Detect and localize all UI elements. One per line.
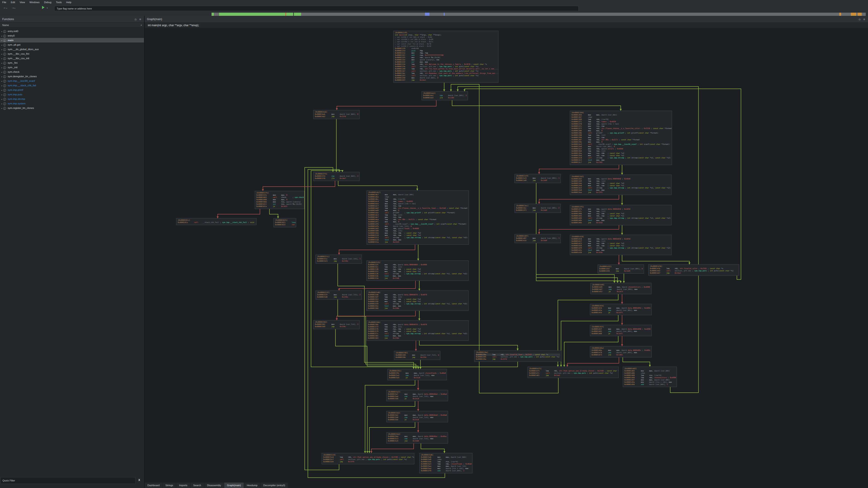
disasm-line[interactable]: 0x00001400 mov rsi, rdx ; const char *s2 <box>571 213 670 215</box>
function-name[interactable]: sym.imp.system <box>8 102 26 105</box>
expand-arrow-icon[interactable]: ▸ <box>0 57 3 61</box>
disasm-line[interactable]: 0x0000152c lea rax, [s1] <box>368 266 467 268</box>
graph-node-0x000015b2[interactable]: [0x000015b2]0x000015b2 mov eax, dword da… <box>386 411 448 422</box>
function-name[interactable]: sym.__libc_csu_fini <box>8 53 29 55</box>
disasm-line[interactable]: 0x000013d9 lea rax, [s1] <box>571 180 670 182</box>
disasm-line[interactable]: 0x00001369 lea rdx, [rax*8] <box>571 119 671 121</box>
function-list-item[interactable]: ▸ƒxmain <box>0 38 144 42</box>
disasm-line[interactable]: 0x00001488 lea rcx, [rax*4] <box>624 375 675 377</box>
disasm-line[interactable]: 0x00001560 jne 0x156b <box>368 307 467 310</box>
disasm-line[interactable]: 0x00001394 mov rsi, rax <box>571 136 671 139</box>
disasm-line[interactable]: 0x00001390 lea rax, [s1] <box>571 134 671 136</box>
disasm-line[interactable]: 0x000013d0 jmp 0x1449 <box>516 180 559 182</box>
disasm-line[interactable]: 0x000013e0 mov rdi, rax ; const char *s1 <box>571 185 670 187</box>
disasm-line[interactable]: 0x000013af mov rdx, qword colors ; 0x404… <box>571 148 671 150</box>
graph-node-0x00001319[interactable]: [0x00001319]int main(int argc, char **ar… <box>393 31 498 83</box>
quick-filter-close-button[interactable]: X <box>138 479 140 482</box>
disasm-line[interactable]: 0x000013ba mov rsi, rdx ; const char *s2 <box>571 152 671 155</box>
graph-node-0x000015a7[interactable]: [0x000015a7]0x000015a7 mov eax, dword da… <box>386 390 448 401</box>
function-list-item[interactable]: ▸ƒisym.imp.__stack_chk_fail <box>0 83 144 88</box>
disasm-line[interactable]: 0x00001334 lea rdi, str.Welcome_to_the_J… <box>395 63 497 66</box>
expand-arrow-icon[interactable]: ▸ <box>0 88 3 93</box>
disasm-line[interactable]: 0x000014d2 lea rdi, str.Please_choose__s… <box>368 207 467 209</box>
disasm-line[interactable]: 0x00001481 jmp 0x14a1 <box>529 375 617 377</box>
expand-arrow-icon[interactable]: ▸ <box>0 102 3 106</box>
graph-node-0x000015f4[interactable]: [0x000015f4]0x000015f4 cmp dword [var_84… <box>313 172 360 181</box>
expand-arrow-icon[interactable]: ▸ <box>0 97 3 102</box>
function-name[interactable]: entry.init0 <box>8 30 18 33</box>
disasm-line[interactable]: 0x00001470 cmp dword [var_80h], eax <box>592 352 650 354</box>
address-seek-bar[interactable] <box>0 13 868 16</box>
graph-node-0x00001449[interactable]: [0x00001449]0x00001449 mov eax, dword ch… <box>590 283 651 294</box>
menu-file[interactable]: File <box>0 0 8 4</box>
tab-decompiler-entry0-[interactable]: Decompiler (entry0) <box>260 483 288 488</box>
disasm-line[interactable]: 0x0000140f mov dword [var_80h], 3 <box>516 237 559 239</box>
function-list-item[interactable]: ▸ƒxsym.deregister_tm_clones <box>0 74 144 78</box>
disasm-line[interactable]: 0x000014b7 mov eax, dword [var_84h] <box>368 194 467 196</box>
disasm-line[interactable]: 0x000013c9 mov dword [var_80h], 1 <box>516 177 559 180</box>
disasm-line[interactable]: 0x0000145f mov eax, dword data.00004098 … <box>592 328 650 330</box>
function-name[interactable]: sym._init <box>8 66 18 69</box>
graph-node-0x0000143b[interactable]: [0x0000143b]0x0000143b lea rdi, str.Inva… <box>648 264 739 275</box>
disasm-line[interactable]: 0x000014e7 mov rsi, rax <box>368 216 467 219</box>
disasm-line[interactable]: ; var uint64_t var_7ch @ stack - 0x7c <box>395 41 497 43</box>
disasm-line[interactable]: 0x0000157c call strcmp ; sym.imp.strcmp … <box>368 332 467 335</box>
function-list-item[interactable]: ▸ƒxsym.__libc_csu_init <box>0 56 144 61</box>
disasm-line[interactable]: 0x0000131e mov rbp, rsp <box>395 52 497 54</box>
disasm-line[interactable]: 0x00001608 mov eax, 0 <box>256 199 303 201</box>
expand-arrow-icon[interactable]: ▸ <box>0 74 3 79</box>
disasm-line[interactable]: 0x000015f0 add dword [var_84h], 1 <box>421 470 471 472</box>
disasm-line[interactable]: 0x000015c3 cmp dword [var_7ch], eax <box>388 437 446 440</box>
disasm-line[interactable]: 0x000015db lea rcx, [rax*4] <box>421 461 471 463</box>
forward-arrow-icon[interactable]: → <box>11 5 15 9</box>
disasm-line[interactable]: 0x00001321 add rsp, 0xffffffffffffff80 <box>395 54 497 57</box>
disasm-line[interactable]: 0x0000149d add dword [var_84h], 1 <box>624 383 675 386</box>
disasm-line[interactable]: 0x00001562 mov dword [var_7ch], 3 <box>315 323 358 326</box>
disasm-line[interactable]: 0x0000132e mov qword [canary], rax <box>395 59 497 61</box>
disasm-line[interactable]: 0x0000140b test eax, eax <box>571 219 670 222</box>
graph-node-0x000013f5[interactable]: [0x000013f5]0x000013f5 mov rdx, qword da… <box>570 205 672 225</box>
disasm-line[interactable]: 0x00001367 cdqe <box>571 116 671 119</box>
disasm-line[interactable]: 0x00001497 mov eax, dword [var_80h] <box>624 379 675 381</box>
disasm-line[interactable]: 0x0000141f lea rax, [s1] <box>571 240 670 242</box>
disasm-line[interactable]: 0x000015fe mov eax, 0 <box>256 194 303 196</box>
disasm-line[interactable]: 0x0000139e mov eax, 0 <box>571 141 671 143</box>
disasm-line[interactable]: 0x0000144f cmp dword [var_80h], eax <box>592 288 650 291</box>
disasm-line[interactable]: 0x00001340 lea rdi, str.You_have_gotten_… <box>395 68 497 70</box>
disasm-line[interactable]: 0x00001509 lea rax, [s1] <box>368 230 467 232</box>
disasm-line[interactable]: 0x0000159a jmp 0x15f4 <box>476 358 560 360</box>
disasm-line[interactable]: 0x00001406 call strcmp ; sym.imp.strcmp … <box>571 217 670 219</box>
expand-arrow-icon[interactable]: ▸ <box>0 93 3 97</box>
disasm-line[interactable]: 0x00001556 mov rdi, rax ; const char *s1 <box>368 300 467 303</box>
graph-node-0x0000153f[interactable]: [0x0000153f]0x0000153f mov dword [var_7c… <box>315 291 362 300</box>
disasm-line[interactable]: 0x000015ad cmp dword [var_7ch], eax <box>388 395 446 398</box>
disasm-line[interactable]: 0x00001513 call strcmp ; sym.imp.strcmp … <box>368 236 467 239</box>
disasm-line[interactable]: 0x0000135f jmp 0x14a1 <box>395 79 497 81</box>
graph-node-0x000015c8[interactable]: [0x000015c8]0x000015c8 lea rdi, str.That… <box>322 453 414 464</box>
disasm-line[interactable]: 0x00001347 call section..plt.sec ; sym.i… <box>395 70 497 72</box>
disasm-line[interactable]: 0x000015e3 lea rdx, chosenFoods ; 0x40a0 <box>421 463 471 465</box>
disasm-line[interactable]: 0x00001621 leave <box>275 221 294 224</box>
disasm-line[interactable]: 0x0000155e test eax, eax <box>368 305 467 307</box>
expand-arrow-icon[interactable]: ▸ <box>0 47 3 52</box>
disasm-line[interactable]: 0x000015f4 cmp dword [var_84h], 3 <box>315 175 358 177</box>
menu-tools[interactable]: Tools <box>54 0 64 4</box>
disasm-line[interactable]: 0x00001533 mov rdi, rax ; const char *s1 <box>368 270 467 273</box>
function-list-item[interactable]: ▸ƒisym.imp.puts <box>0 92 144 97</box>
disasm-line[interactable]: 0x00001429 call strcmp ; sym.imp.strcmp … <box>571 247 670 249</box>
tab-search[interactable]: Search <box>191 483 204 488</box>
graph-node-0x00001548[interactable]: [0x00001548]0x00001548 mov rdx, qword da… <box>366 291 469 311</box>
function-list-item[interactable]: ▸ƒxsym..plt.got <box>0 42 144 47</box>
disasm-line[interactable]: 0x00001468 je 0x1475 <box>592 332 650 335</box>
functions-panel-header-icons[interactable]: ◎ ⊗ <box>134 16 142 23</box>
disasm-line[interactable]: 0x00001490 lea rdx, chosenColors ; 0x409… <box>624 377 675 379</box>
disasm-line[interactable]: 0x000014cf mov rsi, rax <box>368 205 467 207</box>
function-name[interactable]: sym.__libc_csu_init <box>8 57 29 60</box>
disasm-line[interactable]: 0x00001585 mov dword [var_7ch], 4 <box>396 354 439 356</box>
function-name[interactable]: sym.__do_global_dtors_aux <box>8 48 39 51</box>
disasm-line[interactable]: 0x000014fb mov dword [var_7ch], 0 <box>368 225 467 228</box>
graph-node-0x0000159c[interactable]: [0x0000159c]0x0000159c mov eax, dword ch… <box>388 369 447 380</box>
disasm-line[interactable]: 0x000013f5 mov rdx, qword data.00004050 … <box>571 208 670 210</box>
function-list-item[interactable]: ▸ƒxsym.register_tm_clones <box>0 106 144 110</box>
menu-debug[interactable]: Debug <box>42 0 54 4</box>
